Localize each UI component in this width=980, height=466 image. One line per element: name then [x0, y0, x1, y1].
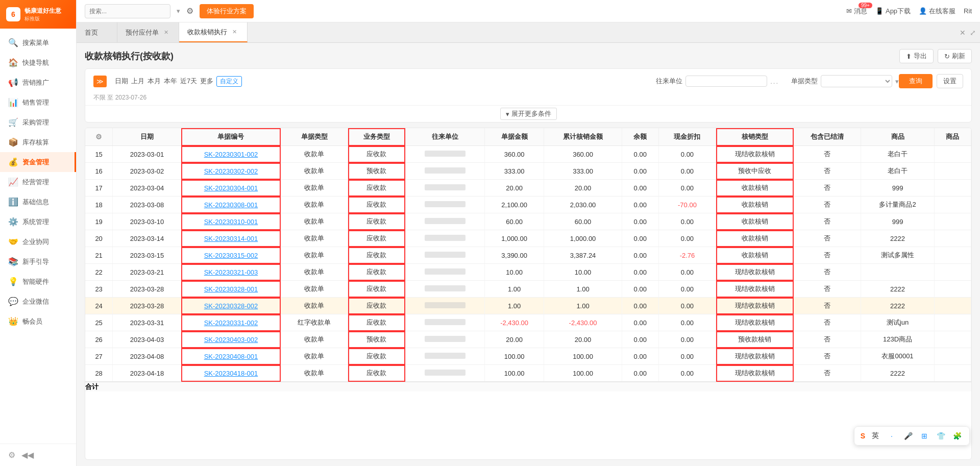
cell-product2	[934, 230, 971, 247]
refresh-button[interactable]: ↻ 刷新	[938, 49, 972, 63]
date-7days[interactable]: 近7天	[180, 77, 197, 86]
expand-btn[interactable]: ▾ 展开更多条件	[500, 108, 557, 120]
tab-expand-icon[interactable]: ⤢	[970, 29, 976, 37]
col-biz-type: 业务类型	[348, 128, 405, 146]
app-download-btn[interactable]: 📱 App下载	[875, 7, 911, 16]
cell-total-writeoff: 60.00	[544, 213, 622, 230]
float-grid-icon[interactable]: ⊞	[918, 430, 930, 442]
sidebar-item-9[interactable]: ⚙️ 系统管理	[0, 212, 76, 232]
sidebar-item-0[interactable]: 🔍 搜索菜单	[0, 33, 76, 53]
sidebar-item-4[interactable]: 🛒 采购管理	[0, 112, 76, 132]
cell-cash-discount: 0.00	[658, 298, 716, 314]
cell-bill-type: 收款单	[281, 213, 348, 230]
bill-no-link[interactable]: SK-20230403-002	[204, 336, 258, 344]
export-button[interactable]: ⬆ 导出	[899, 49, 934, 63]
float-en-btn[interactable]: 英	[869, 430, 881, 442]
cell-amount: 60.00	[484, 213, 544, 230]
date-this-year[interactable]: 本年	[164, 77, 177, 86]
bill-no-link[interactable]: SK-20230328-001	[204, 285, 258, 293]
col-balance: 余额	[622, 128, 658, 146]
tab-writeoff-close[interactable]: ✕	[230, 28, 239, 36]
refresh-icon: ↻	[944, 53, 950, 60]
cell-bill-type: 收款单	[281, 197, 348, 213]
message-btn[interactable]: ✉ 消息 99+	[846, 7, 867, 16]
sidebar-item-5[interactable]: 📦 库存核算	[0, 132, 76, 152]
sidebar-icon-11: 📚	[8, 257, 18, 266]
tab-writeoff[interactable]: 收款核销执行 ✕	[179, 22, 248, 42]
table-row: 20 2023-03-14 SK-20230314-001 收款单 应收款 1,…	[85, 230, 971, 247]
sidebar-item-2[interactable]: 📢 营销推广	[0, 72, 76, 92]
cell-writeoff-type: 预收中应收	[716, 163, 794, 180]
float-shirt-icon[interactable]: 👕	[935, 430, 947, 442]
bill-no-link[interactable]: SK-20230418-001	[204, 370, 258, 377]
cell-include-cleared: 否	[794, 365, 861, 382]
sidebar-icon-14: 👑	[8, 316, 18, 326]
logo-icon: 6	[6, 7, 20, 21]
cell-biz-type: 应收款	[348, 247, 405, 264]
float-dot-icon[interactable]: ·	[886, 430, 898, 442]
bill-no-link[interactable]: SK-20230301-002	[204, 151, 258, 158]
topbar-gear-icon[interactable]: ⚙	[186, 6, 193, 16]
filter-setting-btn[interactable]: 设置	[937, 74, 963, 88]
bill-no-link[interactable]: SK-20230331-002	[204, 319, 258, 327]
solution-button[interactable]: 体验行业方案	[200, 4, 254, 18]
date-custom[interactable]: 自定义	[216, 76, 242, 87]
column-settings-icon[interactable]: ⚙	[95, 133, 102, 141]
cell-include-cleared: 否	[794, 197, 861, 213]
collapse-icon[interactable]: ◀◀	[21, 450, 34, 460]
bill-no-link[interactable]: SK-20230310-001	[204, 218, 258, 226]
sidebar-label-13: 企业微信	[22, 297, 49, 306]
bill-no-link[interactable]: SK-20230302-002	[204, 167, 258, 175]
sidebar-item-13[interactable]: 💬 企业微信	[0, 291, 76, 311]
cell-biz-type: 应收款	[348, 230, 405, 247]
sidebar-icon-5: 📦	[8, 137, 18, 147]
online-service-btn[interactable]: 👤 在线客服	[919, 7, 955, 16]
bill-no-link[interactable]: SK-20230308-001	[204, 201, 258, 209]
bill-no-link[interactable]: SK-20230315-002	[204, 252, 258, 259]
footer-data	[181, 382, 971, 391]
sidebar-item-14[interactable]: 👑 畅会员	[0, 311, 76, 331]
filter-collapse-btn[interactable]: ≫	[93, 76, 107, 87]
bill-no-link[interactable]: SK-20230304-001	[204, 184, 258, 192]
tab-prepay[interactable]: 预付应付单 ✕	[117, 22, 179, 42]
sidebar-item-12[interactable]: 💡 智能硬件	[0, 272, 76, 291]
user-name[interactable]: Rit	[964, 7, 972, 15]
cell-product: 老白干	[861, 163, 934, 180]
float-mic-icon[interactable]: 🎤	[902, 430, 914, 442]
filter-dots[interactable]: ...	[770, 78, 779, 85]
bill-no-link[interactable]: SK-20230321-003	[204, 268, 258, 276]
cell-total-writeoff: 1,000.00	[544, 230, 622, 247]
sidebar-item-7[interactable]: 📈 经营管理	[0, 172, 76, 192]
bill-type-select[interactable]	[821, 75, 892, 87]
date-more[interactable]: 更多	[200, 77, 213, 86]
cell-product	[861, 264, 934, 281]
bill-no-link[interactable]: SK-20230408-001	[204, 353, 258, 360]
topbar-search-input[interactable]	[85, 4, 170, 18]
sidebar-item-11[interactable]: 📚 新手引导	[0, 252, 76, 272]
cell-total-writeoff: 20.00	[544, 180, 622, 197]
cell-product2	[934, 298, 971, 314]
sidebar-icon-7: 📈	[8, 177, 18, 187]
col-settings[interactable]: ⚙	[85, 128, 113, 146]
sidebar-icon-6: 💰	[8, 157, 18, 167]
bill-no-link[interactable]: SK-20230328-002	[204, 302, 258, 310]
date-this-month[interactable]: 本月	[148, 77, 161, 86]
query-button[interactable]: 查询	[899, 74, 933, 88]
topbar-dropdown-arrow[interactable]: ▾	[177, 7, 180, 15]
float-puzzle-icon[interactable]: 🧩	[951, 430, 963, 442]
settings-icon[interactable]: ⚙	[8, 450, 15, 460]
sidebar-item-8[interactable]: ℹ️ 基础信息	[0, 192, 76, 212]
sidebar-item-1[interactable]: 🏠 快捷导航	[0, 53, 76, 72]
cell-partner	[405, 197, 484, 213]
tab-close-all-icon[interactable]: ✕	[960, 29, 966, 37]
sidebar-item-3[interactable]: 📊 销售管理	[0, 92, 76, 112]
tab-prepay-close[interactable]: ✕	[162, 28, 170, 37]
bill-no-link[interactable]: SK-20230314-001	[204, 235, 258, 242]
table-container[interactable]: ⚙ 日期 单据编号 单据类型 业务类型 往来单位 单据金额 累计核销金额 余额 …	[85, 128, 972, 460]
cell-product: 多计量商品2	[861, 197, 934, 213]
partner-input[interactable]	[685, 76, 767, 87]
sidebar-item-10[interactable]: 🤝 企业协同	[0, 232, 76, 252]
sidebar-item-6[interactable]: 💰 资金管理	[0, 152, 76, 172]
date-last-month[interactable]: 上月	[131, 77, 144, 86]
tab-home[interactable]: 首页	[77, 22, 117, 42]
